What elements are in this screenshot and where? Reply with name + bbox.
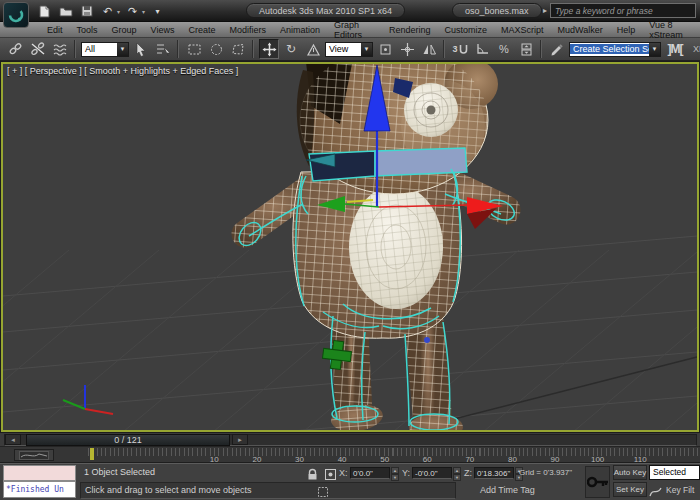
toolbar-separator bbox=[252, 40, 255, 58]
menu-item[interactable]: Animation bbox=[273, 22, 327, 38]
menu-bar: EditToolsGroupViewsCreateModifiersAnimat… bbox=[0, 22, 700, 38]
menu-item[interactable]: MAXScript bbox=[494, 22, 551, 38]
track-bar: 102030405060708090100110 bbox=[0, 447, 700, 463]
maxscript-listener-output[interactable]: *Finished Un bbox=[3, 481, 76, 498]
fence-selection-region-icon[interactable] bbox=[228, 39, 248, 59]
use-pivot-point-icon[interactable] bbox=[375, 39, 395, 59]
x-coordinate-label: X: bbox=[339, 468, 348, 478]
status-bar: *Finished Un 1 Object Selected Click and… bbox=[0, 463, 700, 500]
menu-item[interactable]: Group bbox=[105, 22, 144, 38]
select-and-link-icon[interactable] bbox=[6, 39, 26, 59]
selection-filter-combo[interactable]: All ▼ bbox=[81, 42, 129, 57]
circular-selection-region-icon[interactable] bbox=[206, 39, 226, 59]
absolute-offset-mode-icon[interactable] bbox=[324, 467, 337, 485]
unlink-selection-icon[interactable] bbox=[28, 39, 48, 59]
next-frame-button[interactable]: ► bbox=[232, 434, 248, 445]
menu-item[interactable]: MudWalker bbox=[551, 22, 610, 38]
combo-arrow-icon[interactable]: ▼ bbox=[117, 43, 128, 56]
workspace-dropdown-icon[interactable]: ▾ bbox=[149, 3, 166, 19]
menu-item[interactable]: Views bbox=[144, 22, 182, 38]
time-slider-handle[interactable]: 0 / 121 bbox=[26, 434, 230, 446]
add-time-tag-button[interactable]: Add Time Tag bbox=[480, 485, 535, 495]
bone-marker-blue[interactable] bbox=[424, 337, 430, 343]
select-and-scale-icon[interactable] bbox=[303, 39, 323, 59]
menu-item[interactable]: Edit bbox=[40, 22, 70, 38]
3ds-max-window: ↶▾ ↷▾ ▾ Autodesk 3ds Max 2010 SP1 x64 os… bbox=[0, 0, 700, 500]
named-selection-set-combo[interactable]: Create Selection Se ▼ bbox=[569, 42, 661, 57]
redo-icon[interactable]: ↷ bbox=[124, 3, 141, 19]
menu-item[interactable]: Tools bbox=[70, 22, 105, 38]
infocenter-search-input[interactable] bbox=[550, 3, 696, 18]
keyboard-shortcut-override-icon[interactable] bbox=[547, 39, 567, 59]
menu-item[interactable]: Create bbox=[181, 22, 222, 38]
toolbar-separator bbox=[540, 40, 543, 58]
curve-icon[interactable] bbox=[649, 484, 662, 500]
grid-size-readout: Grid = 0'3.937" bbox=[519, 468, 583, 477]
set-keys-button[interactable] bbox=[585, 466, 610, 498]
z-coordinate-field[interactable]: 0'18.306" bbox=[474, 467, 514, 479]
set-key-button[interactable]: Set Key bbox=[613, 482, 647, 497]
menu-item[interactable]: Help bbox=[610, 22, 643, 38]
y-coordinate-label: Y: bbox=[402, 468, 410, 478]
percent-snap-toggle-icon[interactable]: % bbox=[494, 39, 514, 59]
z-coordinate-label: Z: bbox=[464, 468, 472, 478]
snap-toggle-3d-icon[interactable]: 3 bbox=[450, 39, 470, 59]
window-title: Autodesk 3ds Max 2010 SP1 x64 bbox=[246, 3, 405, 18]
auto-key-button[interactable]: Auto Key bbox=[613, 465, 647, 480]
viewport-label[interactable]: [ + ] [ Perspective ] [ Smooth + Highlig… bbox=[7, 66, 238, 76]
selection-status-text: 1 Object Selected bbox=[84, 467, 155, 477]
previous-frame-button[interactable]: ◄ bbox=[5, 434, 21, 445]
key-filter-selection-combo[interactable]: Selected bbox=[649, 465, 700, 480]
reference-coordsys-combo[interactable]: View ▼ bbox=[325, 42, 373, 57]
undo-icon[interactable]: ↶ bbox=[99, 3, 116, 19]
menu-item[interactable]: Graph Editors bbox=[327, 22, 382, 38]
xrayunwrap-label[interactable]: XRayUnwra bbox=[693, 44, 700, 54]
y-coordinate-field[interactable]: -0'0.0" bbox=[412, 467, 452, 479]
prompt-line: Click and drag to select and move object… bbox=[80, 482, 456, 499]
open-file-icon[interactable] bbox=[57, 3, 74, 19]
menu-item[interactable]: Vue 8 xStream bbox=[642, 22, 700, 38]
redo-dropdown-icon[interactable]: ▾ bbox=[142, 8, 145, 15]
app-logo-icon[interactable] bbox=[3, 2, 29, 28]
new-scene-icon[interactable] bbox=[36, 3, 53, 19]
undo-dropdown-icon[interactable]: ▾ bbox=[117, 8, 120, 15]
toolbar-separator bbox=[443, 40, 446, 58]
select-and-manipulate-icon[interactable] bbox=[397, 39, 417, 59]
spinner-snap-toggle-icon[interactable] bbox=[516, 39, 536, 59]
xrayunwrap-logo-icon[interactable]: ]M[ bbox=[663, 39, 687, 59]
bind-to-space-warp-icon[interactable] bbox=[50, 39, 70, 59]
selection-lock-icon[interactable] bbox=[306, 467, 319, 485]
toolbar-separator bbox=[177, 40, 180, 58]
mirror-icon[interactable] bbox=[419, 39, 439, 59]
main-toolbar: All ▼ ↻ View ▼ bbox=[0, 38, 700, 61]
world-axis-tripod-icon bbox=[63, 385, 113, 414]
time-slider-bar: ◄ 0 / 121 ► bbox=[0, 433, 700, 447]
select-and-rotate-icon[interactable]: ↻ bbox=[281, 39, 301, 59]
y-spinner[interactable]: ▲▼ bbox=[453, 467, 461, 479]
current-frame-marker[interactable] bbox=[90, 448, 94, 460]
combo-arrow-icon[interactable]: ▼ bbox=[361, 43, 372, 56]
key-filters-button[interactable]: Key Filt bbox=[666, 485, 694, 495]
menu-item[interactable]: Modifiers bbox=[222, 22, 273, 38]
select-and-move-icon[interactable] bbox=[259, 39, 279, 59]
perspective-viewport[interactable]: [ + ] [ Perspective ] [ Smooth + Highlig… bbox=[0, 61, 700, 433]
isolate-selection-icon[interactable] bbox=[317, 484, 329, 500]
x-spinner[interactable]: ▲▼ bbox=[391, 467, 399, 479]
viewport-canvas[interactable] bbox=[3, 64, 697, 430]
document-name: oso_bones.max bbox=[452, 3, 542, 18]
mini-curve-editor-button[interactable] bbox=[14, 449, 54, 461]
infocenter-arrow-icon[interactable]: ▸ bbox=[543, 6, 547, 15]
menu-item[interactable]: Rendering bbox=[382, 22, 438, 38]
menu-item[interactable]: Customize bbox=[438, 22, 495, 38]
maxscript-listener-macro-pane[interactable] bbox=[3, 465, 76, 481]
toolbar-separator bbox=[74, 40, 77, 58]
combo-arrow-icon[interactable]: ▼ bbox=[649, 43, 660, 56]
rectangular-selection-region-icon[interactable] bbox=[184, 39, 204, 59]
select-by-name-icon[interactable] bbox=[153, 39, 173, 59]
x-coordinate-field[interactable]: 0'0.0" bbox=[350, 467, 390, 479]
angle-snap-toggle-icon[interactable] bbox=[472, 39, 492, 59]
save-file-icon[interactable] bbox=[78, 3, 95, 19]
quick-access-toolbar: ↶▾ ↷▾ ▾ bbox=[36, 2, 166, 20]
select-object-icon[interactable] bbox=[131, 39, 151, 59]
